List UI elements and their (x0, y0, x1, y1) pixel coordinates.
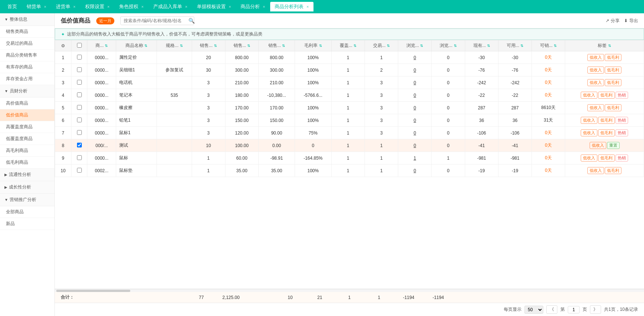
cell-checkbox[interactable] (71, 77, 87, 89)
sidebar-item-new-products[interactable]: 新品 (0, 218, 54, 230)
cell-name: 鼠标垫 (116, 164, 157, 177)
close-icon[interactable]: × (44, 4, 46, 9)
close-icon[interactable]: × (185, 4, 187, 9)
cell-coverage: 1 (331, 139, 365, 152)
cell-trade: 3 (365, 114, 398, 127)
cell-checkbox[interactable] (71, 127, 87, 139)
th-tags[interactable]: 标签 ⇅ (565, 40, 644, 51)
first-page-button[interactable]: 《 (546, 305, 557, 314)
th-trade[interactable]: 交易... ⇅ (365, 40, 398, 51)
cell-browse1[interactable]: 0 (398, 51, 432, 64)
page-size-select[interactable]: 50 100 200 (524, 306, 543, 314)
th-spec[interactable]: 规格... ⇅ (157, 40, 192, 51)
close-icon[interactable]: × (73, 4, 76, 9)
sidebar-item-high-margin[interactable]: 高毛利商品 (0, 145, 54, 157)
cell-browse1[interactable]: 0 (398, 114, 432, 127)
nav-item-home[interactable]: 首页 (3, 2, 21, 11)
sidebar-section-growth[interactable]: ▶成长性分析 (0, 181, 54, 194)
cell-browse2: 0 (432, 102, 465, 114)
cell-browse1[interactable]: 1 (398, 152, 432, 164)
nav-item-analysis[interactable]: 商品分析 × (236, 2, 269, 11)
sidebar-section-circulation[interactable]: ▶流通性分析 (0, 169, 54, 181)
sidebar-item-category-rate[interactable]: 商品分类销售率 (0, 50, 54, 61)
cell-browse1[interactable]: 0 (398, 127, 432, 139)
row-checkbox[interactable] (77, 92, 82, 97)
cell-browse1[interactable]: 0 (398, 77, 432, 89)
row-checkbox[interactable] (77, 55, 82, 60)
th-sales2[interactable]: 销售... ⇅ (225, 40, 258, 51)
cell-browse1[interactable]: 0 (398, 102, 432, 114)
th-code[interactable]: 商... ⇅ (87, 40, 116, 51)
th-settings[interactable]: ⚙ (55, 40, 71, 51)
cell-browse1[interactable]: 0 (398, 64, 432, 77)
sidebar-item-high-coverage[interactable]: 高覆盖度商品 (0, 121, 54, 133)
close-icon[interactable]: × (229, 4, 231, 9)
row-checkbox[interactable] (77, 168, 82, 173)
row-checkbox[interactable] (77, 155, 82, 160)
sidebar-item-low-value[interactable]: 低价值商品 (0, 109, 54, 121)
search-icon[interactable]: 🔍 (188, 18, 195, 24)
sidebar-item-stock[interactable]: 有库存的商品 (0, 61, 54, 73)
cell-checkbox[interactable] (71, 164, 87, 177)
time-badge[interactable]: 近一月 (96, 17, 114, 24)
sidebar-section-marketing[interactable]: ▼营销推广分析 (0, 194, 54, 206)
cell-checkbox[interactable] (71, 51, 87, 64)
nav-item-purchase[interactable]: 进货单 × (51, 2, 80, 11)
export-button[interactable]: ⬇ 导出 (624, 18, 638, 24)
close-icon[interactable]: × (306, 4, 309, 9)
nav-item-template[interactable]: 单据模板设置 × (192, 2, 235, 11)
cell-checkbox[interactable] (71, 114, 87, 127)
th-sales3[interactable]: 销售... ⇅ (258, 40, 295, 51)
cell-name: 属性定价 (116, 51, 157, 64)
cell-checkbox[interactable] (71, 102, 87, 114)
th-margin[interactable]: 毛利率 ⇅ (295, 40, 331, 51)
nav-item-product[interactable]: 产成品入库单 × (149, 2, 192, 11)
row-checkbox[interactable] (77, 80, 82, 85)
nav-item-role[interactable]: 角色授权 × (115, 2, 148, 11)
close-icon[interactable]: × (141, 4, 144, 9)
cell-browse1[interactable]: 0 (398, 139, 432, 152)
cell-browse1[interactable]: 0 (398, 89, 432, 102)
th-browse2[interactable]: 浏览... ⇅ (432, 40, 465, 51)
row-checkbox[interactable] (77, 105, 82, 110)
th-name[interactable]: 商品名称 ⇅ (116, 40, 157, 51)
cell-checkbox[interactable] (71, 152, 87, 164)
close-icon[interactable]: × (107, 4, 110, 9)
row-checkbox[interactable] (77, 130, 82, 135)
th-browse1[interactable]: 浏览... ⇅ (398, 40, 432, 51)
search-input[interactable] (120, 16, 194, 25)
sidebar-item-low-coverage[interactable]: 低覆盖度商品 (0, 133, 54, 145)
sidebar-section-overall[interactable]: ▼整体信息 (0, 13, 54, 26)
select-all-checkbox[interactable] (77, 43, 82, 48)
scrollbar-thumb[interactable] (56, 290, 130, 292)
nav-item-analysis-list[interactable]: 商品分析列表 × (270, 2, 313, 11)
nav-item-permission[interactable]: 权限设置 × (81, 2, 114, 11)
share-button[interactable]: ↗ 分享 (606, 18, 620, 24)
row-checkbox[interactable] (77, 143, 82, 147)
row-checkbox[interactable] (77, 67, 82, 72)
sidebar-section-finance[interactable]: ▼员财分析 (0, 85, 54, 98)
sidebar-item-sales-category[interactable]: 销售类商品 (0, 26, 54, 38)
sidebar-item-capital[interactable]: 库存资金占用 (0, 73, 54, 85)
th-saleable[interactable]: 可销... ⇅ (532, 40, 565, 51)
close-icon[interactable]: × (263, 4, 265, 9)
cell-checkbox[interactable] (71, 64, 87, 77)
th-checkbox[interactable] (71, 40, 87, 51)
sidebar-item-all-products[interactable]: 全部商品 (0, 206, 54, 218)
horizontal-scrollbar[interactable] (55, 289, 644, 292)
sidebar-item-traded[interactable]: 交易过的商品 (0, 38, 54, 50)
page-number-input[interactable] (568, 306, 580, 313)
sidebar-item-high-value[interactable]: 高价值商品 (0, 98, 54, 109)
sidebar-item-low-margin[interactable]: 低毛利商品 (0, 157, 54, 169)
next-page-button[interactable]: 》 (590, 305, 601, 314)
cell-checkbox[interactable] (71, 139, 87, 152)
cell-name: 测试 (116, 139, 157, 152)
th-available[interactable]: 可用... ⇅ (498, 40, 531, 51)
th-stock[interactable]: 现有... ⇅ (465, 40, 498, 51)
row-checkbox[interactable] (77, 118, 82, 122)
th-coverage[interactable]: 覆盖... ⇅ (331, 40, 365, 51)
nav-item-sales[interactable]: 销货单 × (22, 2, 51, 11)
cell-checkbox[interactable] (71, 89, 87, 102)
cell-browse1[interactable]: 0 (398, 164, 432, 177)
th-sales1[interactable]: 销售... ⇅ (192, 40, 225, 51)
